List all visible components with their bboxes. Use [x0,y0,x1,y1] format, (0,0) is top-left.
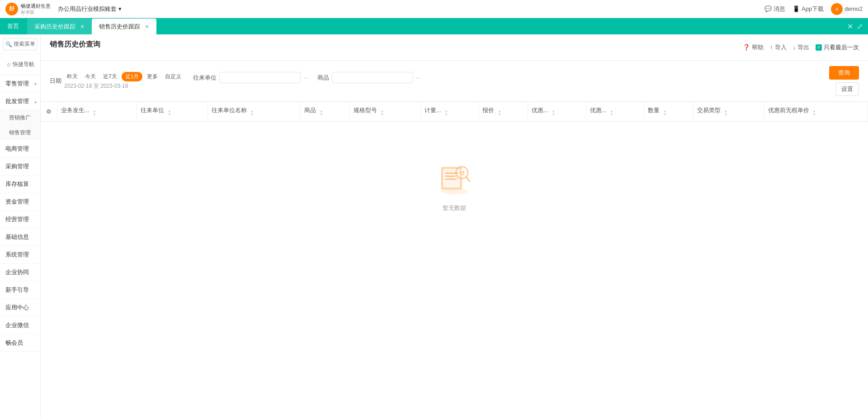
import-button[interactable]: ↑ 导入 [770,43,787,52]
workspace-selector[interactable]: 办公用品行业模拟账套 ▾ [54,3,125,15]
avatar: d [831,3,843,15]
user-menu[interactable]: d demo2 [831,3,863,15]
sidebar-item-marketing[interactable]: 营销推广 [0,110,40,125]
quick-nav-item[interactable]: ☆ 快捷导航 [0,54,40,75]
help-button[interactable]: ❓ 帮助 [743,43,764,52]
tab-sales-history[interactable]: 销售历史价跟踪 ✕ [92,19,156,35]
col-partner-code[interactable]: 往来单位 ▲▼ [137,102,208,122]
sidebar-item-member[interactable]: 畅会员 [0,334,40,352]
tabs-bar: 首页 采购历史价跟踪 ✕ 销售历史价跟踪 ✕ ✕ ⤢ [0,18,868,34]
export-button[interactable]: ↓ 导出 [793,43,810,52]
sidebar-item-apps[interactable]: 应用中心 [0,299,40,317]
tab-purchase-close-icon[interactable]: ✕ [80,24,85,30]
date-btn-yesterday[interactable]: 昨天 [64,72,80,81]
message-icon: 💬 [764,5,772,12]
sidebar-item-retail[interactable]: 零售管理 ▾ [0,75,40,93]
sidebar-item-wechat[interactable]: 企业微信 [0,317,40,334]
sidebar-item-ecommerce[interactable]: 电商管理 [0,140,40,158]
gear-icon[interactable]: ⚙ [46,108,52,115]
date-btn-today[interactable]: 今天 [82,72,99,81]
sidebar-item-purchase[interactable]: 采购管理 [0,158,40,176]
partner-dots[interactable]: ··· [303,74,308,81]
header-left: 好 畅捷通好生意 标准版 办公用品行业模拟账套 ▾ [5,3,125,15]
col-quote[interactable]: 报价 ▲▼ [479,102,528,122]
empty-illustration [432,158,477,199]
col-spec[interactable]: 规格型号 ▲▼ [349,102,420,122]
settings-button[interactable]: 设置 [835,82,859,96]
col-partner-name[interactable]: 往来单位名称 ▲▼ [208,102,301,122]
sidebar-item-basic[interactable]: 基础信息 [0,228,40,246]
sort-icons: ▲▼ [320,109,323,117]
partner-label: 往来单位 [193,74,217,82]
search-icon: 🔍 [5,41,12,48]
svg-rect-4 [445,176,455,177]
date-range-text: 2023-02-18 至 2023-03-18 [64,82,184,90]
sidebar-item-wholesale[interactable]: 批发管理 ▴ [0,93,40,110]
col-pre-tax-price[interactable]: 优惠前无税单价 ▲▼ [764,102,868,122]
maximize-btn[interactable]: ⤢ [857,22,863,31]
sort-icons: ▲▼ [381,109,384,117]
col-discount1[interactable]: 优惠... ▲▼ [528,102,586,122]
col-biz-date[interactable]: 业务发生... ▲▼ [57,102,137,122]
sidebar-item-sales-mgmt[interactable]: 销售管理 [0,125,40,140]
sidebar-item-system[interactable]: 系统管理 [0,246,40,264]
goods-filter-group: 商品 ··· [317,72,421,83]
sidebar-item-cooperation[interactable]: 企业协同 [0,264,40,281]
sidebar-item-finance[interactable]: 资金管理 [0,193,40,211]
svg-point-10 [462,171,464,173]
partner-filter-group: 往来单位 ··· [193,72,308,83]
date-btn-1month[interactable]: 近1月 [122,72,143,81]
only-last-checkbox[interactable]: ✓ 只看最后一次 [816,43,859,52]
star-icon: ☆ [6,62,11,68]
svg-point-7 [458,169,466,176]
tab-home[interactable]: 首页 [0,18,26,34]
query-button[interactable]: 查询 [829,66,859,80]
date-btn-custom[interactable]: 自定义 [162,72,184,81]
logo-icon: 好 [5,3,18,15]
col-trade-type[interactable]: 交易类型 ▲▼ [693,102,764,122]
col-discount2[interactable]: 优惠... ▲▼ [586,102,644,122]
svg-rect-2 [443,169,460,188]
sidebar-item-inventory[interactable]: 库存核算 [0,176,40,193]
app-download-button[interactable]: 📱 App下载 [793,5,824,13]
export-icon: ↓ [793,44,796,51]
sidebar-item-guide[interactable]: 新手引导 [0,281,40,299]
goods-label: 商品 [317,74,329,82]
date-filter-group: 日期 昨天 今天 近7天 近1月 更多 自定义 2023-02-18 至 202… [50,72,184,90]
empty-state: 暂无数据 [41,122,868,248]
tab-sales-close-icon[interactable]: ✕ [145,24,149,30]
table-container: ⚙ 业务发生... ▲▼ 往来单位 ▲▼ 往来单位名称 ▲▼ 商品 ▲▼ [41,102,868,418]
sidebar: 🔍 搜索菜单 ☆ 快捷导航 零售管理 ▾ 批发管理 ▴ 营销推广 销售管理 [0,34,41,418]
sort-icons: ▲▼ [498,109,501,117]
svg-rect-5 [445,179,457,180]
goods-input[interactable] [332,72,413,83]
sidebar-section: 零售管理 ▾ 批发管理 ▴ 营销推广 销售管理 电商管理 采购管理 库存核算 资… [0,75,40,352]
search-menu-button[interactable]: 🔍 搜索菜单 [3,38,38,50]
sort-icons: ▲▼ [250,109,254,117]
col-settings[interactable]: ⚙ [41,102,57,122]
chevron-down-icon: ▴ [34,99,37,104]
wholesale-submenu: 营销推广 销售管理 [0,110,40,140]
import-icon: ↑ [770,44,773,51]
data-table: ⚙ 业务发生... ▲▼ 往来单位 ▲▼ 往来单位名称 ▲▼ 商品 ▲▼ [41,102,868,122]
app-header: 好 畅捷通好生意 标准版 办公用品行业模拟账套 ▾ 💬 消息 📱 App下载 d… [0,0,868,18]
tab-purchase-history[interactable]: 采购历史价跟踪 ✕ [27,19,92,35]
chevron-right-icon: ▾ [34,81,37,86]
logo-area: 好 畅捷通好生意 标准版 [5,3,51,15]
sidebar-item-operation[interactable]: 经营管理 [0,211,40,228]
page-header: 销售历史价查询 ❓ 帮助 ↑ 导入 ↓ 导出 ✓ [41,34,868,61]
sort-icons: ▲▼ [168,109,171,117]
date-btn-more[interactable]: 更多 [144,72,160,81]
message-button[interactable]: 💬 消息 [764,5,785,13]
phone-icon: 📱 [793,5,800,12]
sort-icons: ▲▼ [93,109,96,117]
partner-input[interactable] [219,72,301,83]
date-btn-7days[interactable]: 近7天 [100,72,120,81]
main-layout: 🔍 搜索菜单 ☆ 快捷导航 零售管理 ▾ 批发管理 ▴ 营销推广 销售管理 [0,34,868,418]
col-unit[interactable]: 计量... ▲▼ [420,102,479,122]
goods-dots[interactable]: ··· [416,74,421,81]
col-goods[interactable]: 商品 ▲▼ [301,102,350,122]
col-quantity[interactable]: 数量 ▲▼ [644,102,693,122]
date-buttons: 昨天 今天 近7天 近1月 更多 自定义 [64,72,184,81]
close-tab-btn[interactable]: ✕ [847,22,853,31]
